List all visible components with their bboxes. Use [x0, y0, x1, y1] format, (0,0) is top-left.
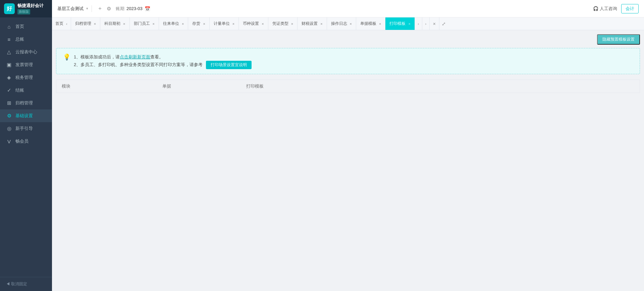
tab-departments-close[interactable]: × [153, 22, 155, 26]
account-button[interactable]: 会计 [621, 4, 639, 13]
sidebar-item-label: 首页 [15, 23, 24, 30]
col-module: 模块 [56, 80, 157, 93]
tab-single-form-close[interactable]: × [379, 22, 381, 26]
tab-units-label: 计量单位 [214, 21, 230, 27]
sidebar-unpin-btn[interactable]: ◀ 取消固定 [0, 277, 52, 291]
sidebar-item-label: 税务管理 [15, 75, 33, 81]
sidebar-item-home[interactable]: ⌂ 首页 [0, 20, 52, 33]
ledger-icon: ≡ [6, 37, 12, 42]
tab-currency-label: 币种设置 [243, 21, 259, 27]
calendar-icon[interactable]: 📅 [145, 6, 150, 11]
invoice-icon: ▣ [6, 62, 12, 68]
col-form: 单据 [157, 80, 241, 93]
tab-next-btn[interactable]: › [422, 17, 430, 30]
tab-tax-settings[interactable]: 财税设置 × [298, 17, 327, 30]
tab-voucher-type-label: 凭证类型 [272, 21, 288, 27]
sidebar-item-member[interactable]: V 畅会员 [0, 135, 52, 148]
home-nav-icon: ‹ [66, 22, 67, 26]
add-tab-button[interactable]: ＋ [95, 5, 105, 12]
sidebar-item-label: 基础设置 [15, 113, 33, 119]
main-area: 基层工会测试 ▾ ＋ ⚙ 账期 2023-03 📅 🎧 人工咨询 会计 首页 ‹… [52, 0, 644, 291]
tab-print-template-label: 打印模板 [389, 21, 406, 27]
info-content: 1、模板添加成功后，请点击刷新新页面查看。 2、多员工、多打印机、多种业务类型设… [74, 53, 633, 69]
sidebar-item-archive[interactable]: ⊞ 归档管理 [0, 97, 52, 109]
sidebar-item-label: 发票管理 [15, 62, 33, 68]
period-label: 账期 [116, 6, 124, 12]
tab-archive-close[interactable]: × [94, 22, 96, 26]
info-line2-prefix: 2、多员工、多打印机、多种业务类型设置不同打印方案等，请参考 [74, 62, 203, 67]
tab-inventory-close[interactable]: × [203, 22, 205, 26]
project-dropdown-icon[interactable]: ▾ [86, 6, 88, 11]
tab-voucher-type[interactable]: 凭证类型 × [268, 17, 298, 30]
tab-voucher-type-close[interactable]: × [291, 22, 293, 26]
checkout-icon: ✓ [6, 87, 12, 93]
app-logo-icon: 好 [4, 3, 15, 14]
refresh-link[interactable]: 点击刷新新页面 [120, 54, 150, 59]
service-label: 人工咨询 [600, 6, 617, 12]
sidebar-item-tax[interactable]: ◈ 税务管理 [0, 71, 52, 84]
content-area: 隐藏预置模板设置 💡 1、模板添加成功后，请点击刷新新页面查看。 2、多员工、多… [52, 30, 644, 291]
sidebar-item-label: 结账 [15, 87, 24, 93]
guide-icon: ◎ [6, 126, 12, 132]
tab-op-log[interactable]: 操作日志 × [327, 17, 356, 30]
tab-currency[interactable]: 币种设置 × [239, 17, 268, 30]
settings-button[interactable]: ⚙ [105, 6, 113, 12]
tabbar: 首页 ‹ 归档管理 × 科目期初 × 部门员工 × 往来单位 × 存货 × 计量… [52, 17, 644, 30]
sidebar-item-label: 畅会员 [15, 138, 29, 144]
info-box: 💡 1、模板添加成功后，请点击刷新新页面查看。 2、多员工、多打印机、多种业务类… [56, 48, 640, 74]
table-header: 模块 单据 打印模板 [56, 80, 640, 93]
sidebar-item-settings[interactable]: ⚙ 基础设置 [0, 109, 52, 122]
tab-tax-settings-close[interactable]: × [320, 22, 322, 26]
project-name[interactable]: 基层工会测试 [57, 6, 84, 12]
tab-counterparties-close[interactable]: × [182, 22, 184, 26]
topbar: 基层工会测试 ▾ ＋ ⚙ 账期 2023-03 📅 🎧 人工咨询 会计 [52, 0, 644, 17]
tab-departments[interactable]: 部门员工 × [130, 17, 159, 30]
sidebar-logo: 好 畅捷通好会计 旗舰版 [0, 0, 52, 17]
tab-prev-btn[interactable]: ‹ [415, 17, 422, 30]
tab-inventory[interactable]: 存货 × [188, 17, 209, 30]
app-name: 畅捷通好会计 [17, 3, 44, 8]
sidebar-footer-label: ◀ 取消固定 [6, 281, 27, 287]
tab-expand-btn[interactable]: ⤢ [439, 17, 448, 30]
tab-units[interactable]: 计量单位 × [210, 17, 239, 30]
sidebar-item-checkout[interactable]: ✓ 结账 [0, 84, 52, 97]
tab-counterparties-label: 往来单位 [163, 21, 179, 27]
tab-single-form[interactable]: 单据模板 × [356, 17, 385, 30]
home-icon: ⌂ [6, 24, 12, 30]
info-line1-suffix: 查看。 [150, 54, 163, 59]
tab-archive[interactable]: 归档管理 × [71, 17, 100, 30]
tax-icon: ◈ [6, 75, 12, 81]
tab-print-template[interactable]: 打印模板 × [385, 17, 415, 30]
bulb-icon: 💡 [63, 53, 70, 61]
sidebar-item-label: 云报表中心 [15, 49, 37, 55]
sidebar-item-label: 新手引导 [15, 126, 33, 132]
col-template: 打印模板 [241, 80, 640, 93]
sidebar-item-guide[interactable]: ◎ 新手引导 [0, 122, 52, 135]
archive-icon: ⊞ [6, 100, 12, 106]
tab-subjects-close[interactable]: × [123, 22, 125, 26]
info-line1-prefix: 1、模板添加成功后，请 [74, 54, 120, 59]
tab-currency-close[interactable]: × [262, 22, 264, 26]
human-service-btn[interactable]: 🎧 人工咨询 [593, 6, 617, 12]
hide-template-btn[interactable]: 隐藏预置模板设置 [597, 34, 640, 45]
tab-units-close[interactable]: × [232, 22, 234, 26]
period-value: 2023-03 [126, 6, 143, 11]
tab-subjects-label: 科目期初 [104, 21, 120, 27]
explain-btn[interactable]: 打印场景设置宜说明 [206, 61, 252, 69]
tab-archive-label: 归档管理 [75, 21, 91, 27]
info-line1: 1、模板添加成功后，请点击刷新新页面查看。 [74, 53, 633, 61]
sidebar-item-invoice[interactable]: ▣ 发票管理 [0, 58, 52, 71]
tab-op-log-close[interactable]: × [350, 22, 352, 26]
tab-subjects[interactable]: 科目期初 × [100, 17, 129, 30]
tab-print-template-close[interactable]: × [408, 22, 410, 26]
tab-inventory-label: 存货 [192, 21, 200, 27]
member-icon: V [6, 139, 12, 144]
topbar-period: 账期 2023-03 📅 [116, 6, 150, 12]
topbar-divider1 [92, 5, 92, 12]
sidebar-item-reports[interactable]: △ 云报表中心 [0, 46, 52, 58]
tab-home[interactable]: 首页 ‹ [52, 17, 71, 30]
tab-close-all-btn[interactable]: × [430, 17, 439, 30]
sidebar-item-ledger[interactable]: ≡ 总账 [0, 33, 52, 46]
tab-counterparties[interactable]: 往来单位 × [159, 17, 188, 30]
sidebar: 好 畅捷通好会计 旗舰版 ⌂ 首页 ≡ 总账 △ 云报表中心 ▣ 发票管理 ◈ … [0, 0, 52, 291]
